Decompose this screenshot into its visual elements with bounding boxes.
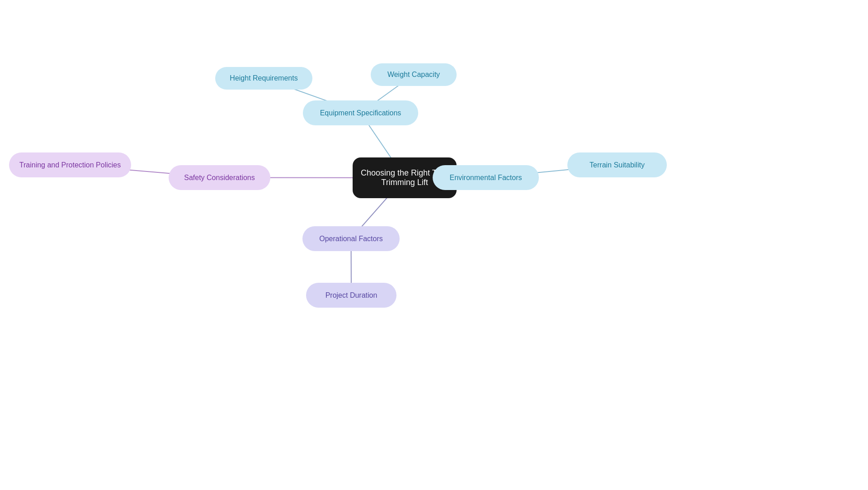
height-req-node[interactable]: Height Requirements [215, 67, 312, 90]
weight-cap-label: Weight Capacity [387, 71, 440, 79]
terrain-node[interactable]: Terrain Suitability [567, 152, 667, 177]
operational-label: Operational Factors [319, 235, 383, 243]
equipment-specs-label: Equipment Specifications [320, 109, 401, 117]
equipment-specs-node[interactable]: Equipment Specifications [303, 100, 418, 125]
training-node[interactable]: Training and Protection Policies [9, 152, 131, 177]
operational-node[interactable]: Operational Factors [302, 226, 400, 251]
safety-node[interactable]: Safety Considerations [169, 165, 270, 190]
height-req-label: Height Requirements [230, 74, 297, 82]
safety-label: Safety Considerations [184, 174, 255, 182]
project-dur-label: Project Duration [326, 291, 377, 300]
weight-cap-node[interactable]: Weight Capacity [371, 63, 457, 86]
training-label: Training and Protection Policies [19, 161, 121, 169]
project-dur-node[interactable]: Project Duration [306, 283, 396, 308]
env-factors-label: Environmental Factors [449, 174, 522, 182]
env-factors-node[interactable]: Environmental Factors [433, 165, 539, 190]
terrain-label: Terrain Suitability [590, 161, 645, 169]
